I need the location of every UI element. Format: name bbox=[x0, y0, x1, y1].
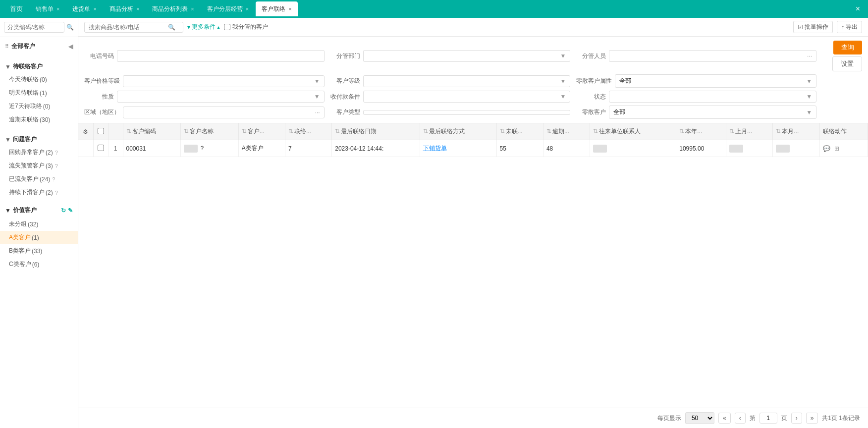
dept-select[interactable]: ▼ bbox=[363, 50, 571, 62]
bottom-scrollbar[interactable] bbox=[78, 402, 868, 408]
payment-select[interactable]: ▼ bbox=[363, 91, 571, 103]
sidebar-section-problem: ▼ 问题客户 回购异常客户 (2) ? 流失预警客户 (3) ? 已流失客户 (… bbox=[0, 128, 78, 201]
sidebar-search-icon[interactable]: 🔍 bbox=[66, 24, 74, 31]
phone-input[interactable] bbox=[117, 50, 325, 62]
next-page-btn[interactable]: › bbox=[791, 413, 802, 424]
price-level-select[interactable]: ▼ bbox=[123, 75, 325, 87]
sidebar-item-type-a[interactable]: A类客户 (1) bbox=[0, 231, 78, 244]
person-select[interactable]: ··· bbox=[609, 50, 816, 62]
export-btn[interactable]: ↑ 导出 bbox=[837, 21, 862, 33]
customer-level-select[interactable]: ▼ bbox=[363, 75, 571, 87]
nav-tab-purchase[interactable]: 进货单 × bbox=[66, 1, 102, 16]
filter-region: 区域（地区） ··· bbox=[84, 107, 325, 118]
sidebar-item-declining[interactable]: 持续下滑客户 (2) ? bbox=[0, 186, 78, 199]
filter-nature: 性质 ▼ bbox=[84, 91, 325, 103]
sidebar-item-today[interactable]: 今天待联络 (0) bbox=[0, 73, 78, 86]
payment-label: 收付款条件 bbox=[330, 93, 360, 101]
sidebar-item-ungroup[interactable]: 未分组 (32) bbox=[0, 217, 78, 231]
collapse-icon: ◀ bbox=[68, 43, 73, 50]
page-input[interactable] bbox=[760, 413, 777, 424]
retail-customer-select[interactable]: 全部 ▼ bbox=[609, 106, 816, 119]
sidebar-item-churn-warning[interactable]: 流失预警客户 (3) ? bbox=[0, 159, 78, 172]
last-way-link[interactable]: 下销货单 bbox=[423, 145, 447, 152]
th-company-contact[interactable]: ⇅往来单位联系人 bbox=[590, 123, 676, 140]
filter-price-level: 客户价格等级 ▼ bbox=[84, 75, 325, 87]
sidebar-item-type-c[interactable]: C类客户 (6) bbox=[0, 258, 78, 271]
filter-search-input[interactable] bbox=[89, 24, 168, 31]
select-all-checkbox[interactable] bbox=[98, 128, 104, 134]
close-analysis-list-tab[interactable]: × bbox=[191, 6, 194, 12]
batch-ops-btn[interactable]: ☑ 批量操作 bbox=[793, 21, 833, 33]
filter-payment: 收付款条件 ▼ bbox=[330, 91, 571, 103]
prev-page-btn[interactable]: ‹ bbox=[735, 413, 746, 424]
th-overdue[interactable]: ⇅逾期... bbox=[543, 123, 590, 140]
per-page-select[interactable]: 50 100 200 bbox=[685, 412, 714, 424]
sidebar-item-overdue[interactable]: 逾期未联络 (30) bbox=[0, 113, 78, 126]
app-close-btn[interactable]: × bbox=[852, 2, 864, 15]
th-last-month[interactable]: ⇅上月... bbox=[726, 123, 772, 140]
nature-select[interactable]: ▼ bbox=[117, 91, 325, 103]
first-page-btn[interactable]: « bbox=[718, 413, 731, 424]
grid-icon[interactable]: ⊞ bbox=[834, 145, 839, 152]
sidebar-search-input[interactable] bbox=[4, 22, 64, 33]
more-filters-btn[interactable]: ▾ 更多条件 ▴ bbox=[187, 23, 220, 31]
nav-tab-analysis[interactable]: 商品分析 × bbox=[104, 1, 145, 16]
retail-attr-select[interactable]: 全部 ▼ bbox=[615, 74, 816, 88]
close-purchase-tab[interactable]: × bbox=[93, 6, 96, 12]
customer-type-select[interactable] bbox=[363, 110, 571, 115]
close-customer-contact-tab[interactable]: × bbox=[288, 6, 291, 12]
all-customers-label: 全部客户 bbox=[11, 42, 35, 51]
refresh-icon[interactable]: ↻ bbox=[61, 207, 66, 214]
th-name[interactable]: ⇅客户名称 bbox=[181, 123, 239, 140]
query-btn[interactable]: 查询 bbox=[833, 41, 862, 54]
close-analysis-tab[interactable]: × bbox=[136, 6, 139, 12]
problem-customers-header[interactable]: ▼ 问题客户 bbox=[0, 132, 78, 146]
nav-tab-customer-tier[interactable]: 客户分层经营 × bbox=[201, 1, 255, 16]
th-this-month[interactable]: ⇅本月... bbox=[773, 123, 819, 140]
row-overdue: 48 bbox=[543, 140, 590, 157]
person-dots[interactable]: ··· bbox=[807, 53, 812, 59]
close-customer-tier-tab[interactable]: × bbox=[246, 6, 249, 12]
nav-tab-sales[interactable]: 销售单 × bbox=[30, 1, 65, 16]
settings-btn[interactable]: 设置 bbox=[832, 56, 862, 71]
waiting-contact-header[interactable]: ▼ 待联络客户 bbox=[0, 59, 78, 73]
sidebar-item-type-b[interactable]: B类客户 (33) bbox=[0, 244, 78, 258]
row-not-contact: 55 bbox=[496, 140, 543, 157]
close-sales-tab[interactable]: × bbox=[56, 6, 59, 12]
edit-icon[interactable]: ✎ bbox=[68, 207, 73, 214]
th-type[interactable]: ⇅客户... bbox=[238, 123, 285, 140]
nav-tab-customer-contact[interactable]: 客户联络 × bbox=[256, 1, 297, 16]
sidebar-item-7days[interactable]: 近7天待联络 (0) bbox=[0, 100, 78, 113]
last-page-btn[interactable]: » bbox=[806, 413, 818, 424]
row-contact: 7 bbox=[285, 140, 331, 157]
filter-search-icon[interactable]: 🔍 bbox=[168, 24, 175, 31]
region-select[interactable]: ··· bbox=[123, 107, 325, 118]
th-checkbox bbox=[93, 123, 108, 140]
filter-status: 状态 ▼ bbox=[576, 91, 816, 103]
my-customers-check[interactable] bbox=[224, 24, 230, 30]
my-customers-checkbox[interactable]: 我分管的客户 bbox=[224, 23, 268, 31]
churned-help-icon: ? bbox=[52, 176, 55, 182]
th-code[interactable]: ⇅客户编码 bbox=[123, 123, 181, 140]
th-not-contact[interactable]: ⇅未联... bbox=[496, 123, 543, 140]
sidebar-item-tomorrow[interactable]: 明天待联络 (1) bbox=[0, 86, 78, 100]
advanced-filters: 电话号码 分管部门 ▼ 分管人员 ··· bbox=[78, 37, 868, 123]
th-last-way[interactable]: ⇅最后联络方式 bbox=[420, 123, 496, 140]
th-this-year[interactable]: ⇅本年... bbox=[676, 123, 726, 140]
th-settings[interactable]: ⚙ bbox=[78, 123, 93, 140]
th-contact[interactable]: ⇅联络... bbox=[285, 123, 331, 140]
all-customers-header[interactable]: ⠿ 全部客户 ◀ bbox=[0, 39, 78, 54]
th-last-date[interactable]: ⇅最后联络日期 bbox=[332, 123, 420, 140]
row-select-checkbox[interactable] bbox=[98, 145, 104, 151]
region-dots[interactable]: ··· bbox=[315, 109, 320, 116]
sidebar-item-repurchase-abnormal[interactable]: 回购异常客户 (2) ? bbox=[0, 146, 78, 159]
sidebar-item-churned[interactable]: 已流失客户 (24) ? bbox=[0, 172, 78, 186]
chat-icon[interactable]: 💬 bbox=[823, 145, 830, 152]
value-customers-label: 价值客户 bbox=[13, 206, 37, 214]
phone-label: 电话号码 bbox=[84, 52, 114, 60]
value-customers-header[interactable]: ▼ 价值客户 ↻ ✎ bbox=[0, 203, 78, 217]
sidebar: 🔍 ⠿ 全部客户 ◀ ▼ 待联络客户 今天待联络 (0) 明天待联络 (1) bbox=[0, 18, 78, 428]
nav-home[interactable]: 首页 bbox=[4, 2, 29, 15]
nav-tab-analysis-list[interactable]: 商品分析列表 × bbox=[146, 1, 200, 16]
status-select[interactable]: ▼ bbox=[609, 91, 816, 103]
